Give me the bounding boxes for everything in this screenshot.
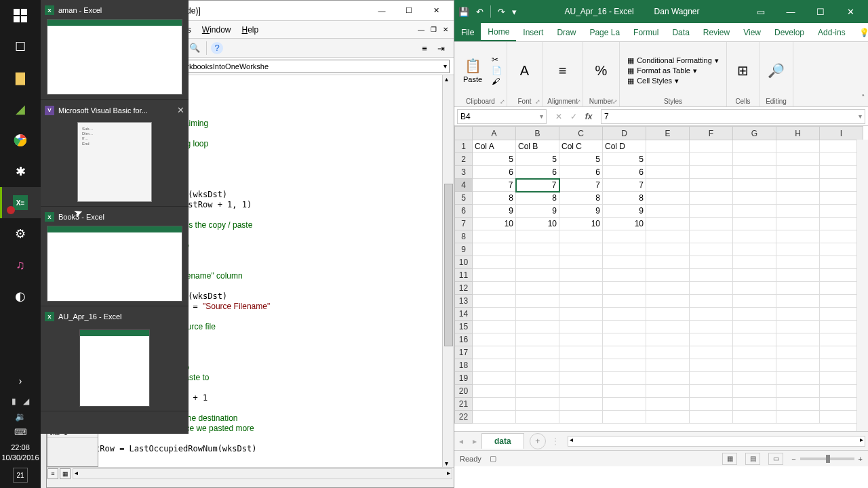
itunes-icon[interactable]: ♫ [0,249,41,281]
cell[interactable]: Col D [603,140,646,153]
sheet-nav-next[interactable]: ▸ [468,436,481,446]
cell[interactable]: 10 [559,218,603,230]
cell[interactable] [733,321,776,333]
cell[interactable] [473,295,516,308]
tab-data[interactable]: Data [665,23,696,41]
cell[interactable]: 7 [603,179,646,192]
app2-icon[interactable]: ✱ [0,156,41,187]
cell[interactable] [646,282,690,295]
cell[interactable] [733,218,776,230]
dialog-launcher-icon[interactable]: ⤢ [535,98,540,105]
cell[interactable] [473,333,516,346]
cell[interactable] [733,295,776,308]
tab-review[interactable]: Review [696,23,736,41]
font-button[interactable]: A [511,63,538,79]
cell[interactable] [733,333,776,346]
cell[interactable] [733,192,776,205]
procedure-view-icon[interactable]: ≡ [47,468,58,479]
cell[interactable] [559,295,603,308]
cell[interactable]: 7 [559,179,603,192]
cell[interactable] [776,140,820,153]
formula-input[interactable]: 7 [601,109,865,124]
cell[interactable] [776,179,820,192]
cell[interactable] [733,140,776,153]
cell[interactable] [776,282,820,295]
cell[interactable] [559,372,603,385]
cell[interactable] [646,411,690,424]
switcher-item-aman[interactable]: Xaman - Excel [41,0,189,100]
cell[interactable] [733,411,776,424]
cell[interactable] [473,398,516,411]
cell[interactable] [776,166,820,179]
cell[interactable] [646,359,690,372]
cell[interactable] [733,359,776,372]
qat-more-icon[interactable]: ▾ [512,7,517,17]
cell[interactable]: 8 [516,192,559,205]
cell[interactable] [776,153,820,166]
tab-formulas[interactable]: Formul [627,23,665,41]
excel-titlebar[interactable]: 💾 ↶ ↷ ▾ AU_Apr_16 - Excel Dan Wagner ▭ —… [454,0,868,23]
cell[interactable] [690,398,733,411]
dialog-launcher-icon[interactable]: ⤢ [612,98,618,105]
cell[interactable] [646,153,690,166]
normal-view-icon[interactable]: ▦ [722,453,737,465]
cell[interactable] [603,372,646,385]
excel-taskbar-icon[interactable]: X≡ [0,187,41,218]
close-button[interactable]: ✕ [837,2,864,21]
tab-developer[interactable]: Develop [768,23,811,41]
cell[interactable]: 6 [473,166,516,179]
cell[interactable] [473,308,516,321]
cell[interactable] [690,166,733,179]
worksheet-grid[interactable]: ABCDEFGHI1Col ACol BCol CCol D2555536666… [454,126,868,431]
cell-styles-button[interactable]: ▦ Cell Styles ▾ [627,77,719,85]
cancel-icon[interactable]: ✕ [552,112,566,121]
cell[interactable] [690,192,733,205]
redo-icon[interactable]: ↷ [498,7,505,17]
vertical-scrollbar[interactable] [856,140,868,431]
app-icon[interactable]: ◢ [0,94,41,125]
cell[interactable] [516,308,559,321]
cell[interactable] [473,321,516,333]
cell[interactable] [776,192,820,205]
cell[interactable] [776,321,820,333]
cell[interactable] [690,308,733,321]
cell[interactable] [776,372,820,385]
cell[interactable] [516,256,559,269]
page-layout-view-icon[interactable]: ▤ [745,453,760,465]
cell[interactable] [603,359,646,372]
cells-button[interactable]: ⊞ [730,62,757,79]
cell[interactable] [733,308,776,321]
cell[interactable]: 9 [473,205,516,218]
editing-button[interactable]: 🔎 [763,62,790,79]
maximize-button[interactable]: ☐ [807,2,834,21]
switcher-item-book3[interactable]: XBook3 - Excel [41,207,189,306]
cell[interactable] [646,166,690,179]
switcher-item-vba[interactable]: VMicrosoft Visual Basic for...✕ Sub…Dim…… [41,100,189,207]
cell[interactable] [516,282,559,295]
cell[interactable] [646,205,690,218]
cell[interactable] [516,398,559,411]
cell[interactable] [603,398,646,411]
cell[interactable]: 5 [603,153,646,166]
cell[interactable]: Col A [473,140,516,153]
cell[interactable]: Col C [559,140,603,153]
tab-insert[interactable]: Insert [516,23,550,41]
mdi-close[interactable]: ✕ [440,25,451,35]
cell[interactable] [690,346,733,359]
cell[interactable] [473,256,516,269]
cell[interactable]: 5 [516,153,559,166]
cell[interactable] [733,243,776,256]
maximize-button[interactable]: ☐ [397,3,421,19]
cell[interactable] [473,346,516,359]
collapse-ribbon-icon[interactable]: ˄ [861,94,865,102]
cell[interactable]: 8 [473,192,516,205]
cell[interactable] [733,230,776,243]
tab-home[interactable]: Home [481,23,516,41]
wifi-icon[interactable]: ◢ [23,396,29,406]
cell[interactable] [516,243,559,256]
cell[interactable] [733,166,776,179]
cell[interactable] [690,243,733,256]
cell[interactable] [690,411,733,424]
vba-vertical-scrollbar[interactable] [442,75,454,467]
file-explorer-icon[interactable]: ▇ [0,62,41,94]
